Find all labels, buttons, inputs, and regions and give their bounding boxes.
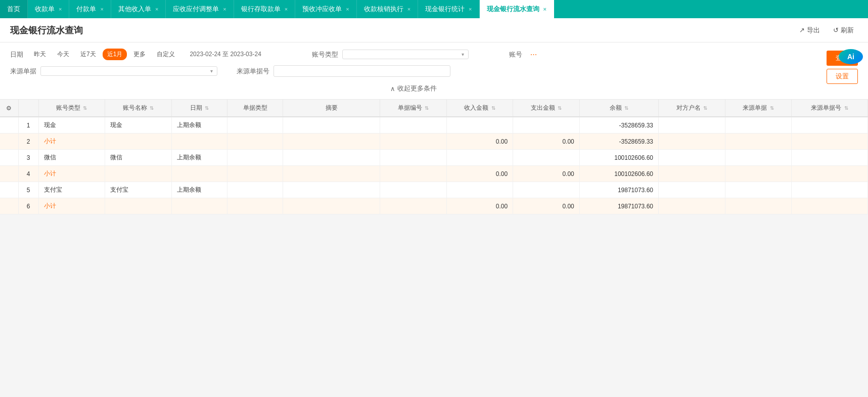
cell-income (446, 117, 513, 134)
cell-source-doc-no (792, 182, 868, 198)
cell-doc-no (380, 117, 446, 134)
col-source-doc-no[interactable]: 来源单据号 ⇅ (792, 100, 868, 117)
date-btn-more[interactable]: 更多 (129, 49, 150, 60)
data-table: ⚙ 账号类型 ⇅ 账号名称 ⇅ 日期 ⇅ 单据类型 摘要 单据编号 ⇅ 收入金额… (0, 100, 868, 214)
nav-verify-close[interactable]: × (407, 6, 410, 12)
date-btn-today[interactable]: 今天 (53, 49, 74, 60)
cell-summary (283, 134, 380, 150)
nav-home[interactable]: 首页 (0, 0, 28, 18)
cell-counterpart (658, 166, 725, 182)
nav-bank-deposit[interactable]: 银行存取款单 × (234, 0, 295, 18)
nav-receipt[interactable]: 收款单 × (28, 0, 69, 18)
refresh-button[interactable]: ↺ 刷新 (829, 24, 858, 37)
cell-index: 5 (18, 182, 38, 198)
cell-expense (513, 182, 580, 198)
col-account-name[interactable]: 账号名称 ⇅ (105, 100, 172, 117)
nav-receipt-label: 收款单 (35, 5, 55, 14)
cell-index: 3 (18, 150, 38, 166)
nav-other-income[interactable]: 其他收入单 × (111, 0, 166, 18)
col-expense[interactable]: 支出金额 ⇅ (513, 100, 580, 117)
account-type-group: 账号类型 ▾ (312, 50, 469, 59)
nav-bank-deposit-label: 银行存取款单 (241, 5, 281, 14)
nav-cashflow[interactable]: 现金银行流水查询 × (480, 0, 554, 18)
col-index (18, 100, 38, 117)
export-label: 导出 (807, 26, 820, 35)
cell-account-type: 小计 (38, 134, 105, 150)
cell-summary (283, 117, 380, 134)
cell-balance: 19871073.60 (579, 198, 658, 214)
account-type-select[interactable]: ▾ (342, 50, 469, 59)
nav-payment[interactable]: 付款单 × (69, 0, 111, 18)
nav-stats-close[interactable]: × (469, 6, 472, 12)
nav-home-label: 首页 (7, 5, 20, 14)
table-row: 5支付宝支付宝上期余额19871073.60 (0, 182, 868, 198)
date-label: 日期 (10, 50, 25, 59)
date-btn-custom[interactable]: 自定义 (152, 49, 179, 60)
cell-counterpart (658, 150, 725, 166)
cell-summary (283, 166, 380, 182)
col-source-doc[interactable]: 来源单据 ⇅ (725, 100, 792, 117)
col-date[interactable]: 日期 ⇅ (171, 100, 227, 117)
nav-cashflow-close[interactable]: × (543, 6, 546, 12)
refresh-label: 刷新 (841, 26, 854, 35)
nav-payment-close[interactable]: × (100, 6, 103, 12)
source-doc-select[interactable]: ▾ (40, 66, 217, 76)
setting-button[interactable]: 设置 (827, 69, 858, 84)
col-doc-no[interactable]: 单据编号 ⇅ (380, 100, 446, 117)
nav-adjust-label: 应收应付调整单 (173, 5, 219, 14)
cell-gear (0, 182, 18, 198)
nav-prepay[interactable]: 预收冲应收单 × (295, 0, 356, 18)
ai-badge[interactable]: Ai (839, 49, 863, 64)
nav-receipt-close[interactable]: × (59, 6, 62, 12)
col-gear[interactable]: ⚙ (0, 100, 18, 117)
cell-doc-type (227, 134, 283, 150)
cell-doc-type (227, 117, 283, 134)
cell-account-type: 小计 (38, 198, 105, 214)
col-balance[interactable]: 余额 ⇅ (579, 100, 658, 117)
cell-doc-type (227, 182, 283, 198)
cell-source-doc (725, 198, 792, 214)
nav-other-income-close[interactable]: × (155, 6, 158, 12)
cell-source-doc (725, 150, 792, 166)
cell-counterpart (658, 182, 725, 198)
cell-income (446, 182, 513, 198)
nav-bank-deposit-close[interactable]: × (285, 6, 288, 12)
cell-source-doc-no (792, 150, 868, 166)
table-row: 1现金现金上期余额-3528659.33 (0, 117, 868, 134)
cell-account-type: 支付宝 (38, 182, 105, 198)
table-row: 3微信微信上期余额100102606.60 (0, 150, 868, 166)
date-btn-7days[interactable]: 近7天 (76, 49, 101, 60)
nav-adjust-close[interactable]: × (223, 6, 226, 12)
cell-doc-no (380, 150, 446, 166)
date-buttons: 昨天 今天 近7天 近1月 更多 自定义 (29, 49, 179, 60)
cell-date: 上期余额 (171, 117, 227, 134)
nav-stats[interactable]: 现金银行统计 × (418, 0, 479, 18)
nav-adjust[interactable]: 应收应付调整单 × (166, 0, 234, 18)
source-doc-group: 来源单据 ▾ (10, 66, 217, 76)
col-doc-type: 单据类型 (227, 100, 283, 117)
nav-verify[interactable]: 收款核销执行 × (357, 0, 418, 18)
date-btn-1month[interactable]: 近1月 (103, 49, 127, 60)
cell-account-type: 现金 (38, 117, 105, 134)
cell-expense (513, 117, 580, 134)
collapse-label: 收起更多条件 (397, 84, 437, 93)
nav-prepay-close[interactable]: × (346, 6, 349, 12)
nav-payment-label: 付款单 (76, 5, 96, 14)
account-more-btn[interactable]: ··· (528, 50, 539, 59)
cell-doc-type (227, 166, 283, 182)
cell-income: 0.00 (446, 134, 513, 150)
date-range-display: 2023-02-24 至 2023-03-24 (190, 51, 261, 58)
col-account-type[interactable]: 账号类型 ⇅ (38, 100, 105, 117)
filter-row-2: 来源单据 ▾ 来源单据号 (10, 65, 816, 77)
cell-account-name (105, 166, 172, 182)
cell-index: 1 (18, 117, 38, 134)
refresh-icon: ↺ (833, 26, 839, 34)
nav-cashflow-label: 现金银行流水查询 (487, 5, 539, 14)
collapse-bar[interactable]: ∧ 收起更多条件 (10, 82, 816, 95)
export-button[interactable]: ↗ 导出 (795, 24, 824, 37)
source-doc-no-input[interactable] (273, 65, 450, 77)
col-counterpart[interactable]: 对方户名 ⇅ (658, 100, 725, 117)
date-btn-yesterday[interactable]: 昨天 (29, 49, 51, 60)
col-income[interactable]: 收入金额 ⇅ (446, 100, 513, 117)
cell-source-doc-no (792, 198, 868, 214)
